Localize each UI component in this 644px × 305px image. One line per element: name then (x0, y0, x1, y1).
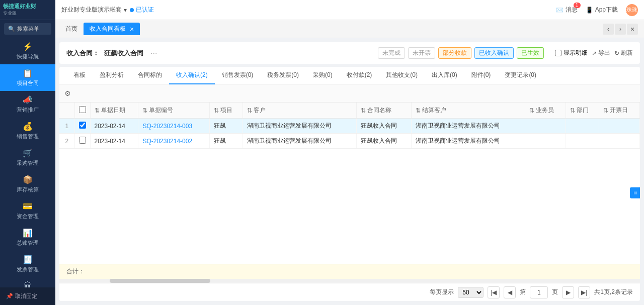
row-settlement-customer: 湖南卫视商业运营发展有限公司 (412, 134, 525, 149)
select-all-checkbox[interactable] (79, 106, 86, 113)
col-customer: ⇅ 客户 (243, 103, 357, 119)
pin-icon: 📌 (6, 293, 13, 299)
tab-revenue-confirm[interactable]: 收入确认(2) (169, 67, 215, 84)
tabbar: 首页 收入合同看板 × ‹ › × (55, 20, 644, 38)
tab-other-income[interactable]: 其他收支(0) (379, 67, 425, 84)
tab-sales-invoice[interactable]: 销售发票(0) (215, 67, 261, 84)
company-dropdown[interactable]: 好业财专业版演示帐套 ▾ (61, 6, 127, 14)
tab-attachment[interactable]: 附件(0) (464, 67, 498, 84)
current-page-input[interactable] (530, 286, 548, 298)
sidebar-footer: 📌 取消固定 (0, 287, 55, 305)
avatar-text: 珠珠 (626, 6, 637, 14)
accounting-icon: 📊 (23, 228, 33, 238)
sidebar-item-funds[interactable]: 💳 资金管理 (0, 197, 55, 224)
tab-purchase[interactable]: 采购(0) (306, 67, 340, 84)
sidebar-item-purchase[interactable]: 🛒 采购管理 (0, 144, 55, 171)
tab-payment[interactable]: 收付款(2) (340, 67, 379, 84)
show-detail-checkbox[interactable] (555, 50, 561, 56)
row-checkbox[interactable] (79, 137, 86, 144)
sidebar-item-invoice[interactable]: 🧾 发票管理 (0, 251, 55, 277)
sales-icon: 💰 (23, 122, 33, 131)
status-unopened[interactable]: 未开票 (408, 47, 435, 59)
unpin-button[interactable]: 📌 取消固定 (4, 290, 51, 302)
row-checkbox[interactable] (79, 122, 86, 129)
row-salesman (525, 119, 566, 134)
settings-icon[interactable]: ⚙ (64, 89, 71, 97)
tab-prev-button[interactable]: ‹ (603, 24, 614, 35)
table-row[interactable]: 1 2023-02-14 SQ-20230214-003 狂飙 湖南卫视商业运营… (59, 119, 640, 134)
export-button[interactable]: ↗ 导出 (592, 49, 610, 57)
tab-next-button[interactable]: › (615, 24, 626, 35)
sidebar-item-accounting[interactable]: 📊 总账管理 (0, 224, 55, 251)
status-partial-received[interactable]: 部分收款 (438, 47, 471, 59)
tab-kanban[interactable]: 看板 (66, 67, 93, 84)
sidebar: 畅捷通好业财 专业版 🔍 搜索菜单 ⚡ 快捷导航 📋 项目合同 📣 营销推广 💰… (0, 0, 55, 305)
tab-contract-board[interactable]: 收入合同看板 × (84, 23, 140, 35)
row-checkbox-cell (74, 134, 90, 149)
tab-contract-board-label: 收入合同看板 (90, 25, 126, 33)
marketing-icon: 📣 (23, 95, 33, 105)
tab-contract-std[interactable]: 合同标的 (131, 67, 169, 84)
float-btn-icon: ≡ (632, 191, 638, 194)
main-area: 好业财专业版演示帐套 ▾ 已认证 ✉️ 消息 1 📱 App下载 珠珠 (55, 0, 644, 305)
avatar: 珠珠 (626, 4, 638, 16)
col-contract-name-sort-icon: ⇅ (361, 107, 366, 114)
tab-change-log[interactable]: 变更记录(0) (498, 67, 543, 84)
tab-tax-invoice[interactable]: 税务发票(0) (260, 67, 306, 84)
tab-close-button[interactable]: × (627, 24, 638, 35)
total-records-label: 共1页,2条记录 (594, 288, 633, 296)
sidebar-item-inventory[interactable]: 📦 库存核算 (0, 171, 55, 197)
tab-home[interactable]: 首页 (61, 23, 82, 35)
bill-no-link[interactable]: SQ-20230214-003 (142, 123, 192, 130)
col-salesman: ⇅ 业务员 (525, 103, 566, 119)
next-page-button[interactable]: ▶ (562, 286, 574, 298)
app-download-button[interactable]: 📱 App下载 (586, 6, 618, 14)
refresh-button[interactable]: ↻ 刷新 (614, 49, 633, 57)
table-row[interactable]: 2 2023-02-14 SQ-20230214-002 狂飙 湖南卫视商业运营… (59, 134, 640, 149)
row-bill-no: SQ-20230214-002 (138, 134, 210, 149)
sidebar-item-marketing[interactable]: 📣 营销推广 (0, 91, 55, 118)
tab-stock-out[interactable]: 出入库(0) (425, 67, 464, 84)
row-checkbox-cell (74, 119, 90, 134)
col-bill-no: ⇅ 单据编号 (138, 103, 210, 119)
row-date: 2023-02-14 (90, 134, 138, 149)
col-bill-date-sort-icon: ⇅ (95, 107, 100, 114)
status-effective[interactable]: 已生效 (517, 47, 544, 59)
status-uncomplete[interactable]: 未完成 (378, 47, 405, 59)
col-bill-no-sort-icon: ⇅ (142, 107, 147, 114)
bill-no-link[interactable]: SQ-20230214-002 (142, 138, 192, 145)
col-salesman-sort-icon: ⇅ (529, 107, 534, 114)
last-page-button[interactable]: ▶| (578, 286, 590, 298)
sidebar-logo-main: 畅捷通好业财 (3, 3, 36, 10)
sidebar-item-sales[interactable]: 💰 销售管理 (0, 118, 55, 144)
row-customer: 湖南卫视商业运营发展有限公司 (243, 134, 357, 149)
more-button[interactable]: ··· (148, 49, 159, 58)
per-page-select[interactable]: 50 100 (458, 287, 484, 298)
table-scroll-area[interactable]: ⇅ 单据日期 ⇅ 单据编号 (59, 103, 640, 264)
project-contract-icon: 📋 (23, 68, 33, 78)
sidebar-item-project-contract[interactable]: 📋 项目合同 (0, 64, 55, 91)
row-bill-date2 (599, 119, 640, 134)
sidebar-item-tax[interactable]: 🏛 税务管理 (0, 277, 55, 287)
message-icon: ✉️ (556, 7, 564, 14)
contract-header: 收入合同： 狂飙收入合同 ··· 未完成 未开票 部分收款 已收入确认 已生效 … (59, 42, 640, 64)
prev-page-button[interactable]: ◀ (504, 286, 516, 298)
user-menu[interactable]: 珠珠 (626, 4, 638, 16)
col-dept-label: 部门 (577, 106, 589, 115)
tab-close-icon[interactable]: × (130, 25, 134, 33)
col-salesman-label: 业务员 (536, 106, 554, 115)
status-confirmed[interactable]: 已收入确认 (474, 47, 514, 59)
horizontal-scrollbar[interactable] (59, 279, 640, 283)
first-page-button[interactable]: |◀ (488, 286, 500, 298)
summary-label: 合计： (66, 267, 85, 276)
sidebar-item-quick-nav[interactable]: ⚡ 快捷导航 (0, 38, 55, 64)
float-right-button[interactable]: ≡ (630, 187, 640, 198)
show-detail-checkbox-label: 显示明细 (555, 49, 588, 57)
inventory-icon: 📦 (23, 175, 33, 184)
col-index (59, 103, 74, 119)
search-menu-button[interactable]: 🔍 搜索菜单 (4, 23, 51, 35)
sidebar-logo: 畅捷通好业财 专业版 (0, 0, 55, 20)
messages-button[interactable]: ✉️ 消息 1 (556, 6, 578, 14)
row-index: 2 (59, 134, 74, 149)
tab-profit[interactable]: 盈利分析 (93, 67, 131, 84)
